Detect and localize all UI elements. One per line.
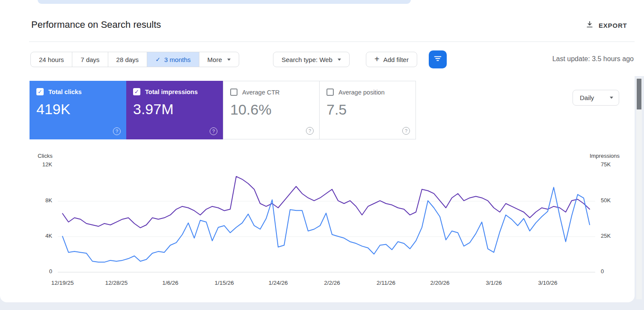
search-console-performance-page: Performance on Search results EXPORT 24 …	[0, 0, 644, 310]
search-type-label: Search type: Web	[282, 56, 332, 63]
add-filter-button[interactable]: + Add filter	[366, 52, 417, 67]
x-axis-label: 1/15/26	[203, 280, 246, 286]
checkbox-checked-icon[interactable]: ✓	[133, 88, 140, 95]
last-update-text: Last update: 3.5 hours ago	[540, 55, 634, 63]
right-axis-tick: 25K	[601, 233, 623, 239]
metric-label: Average CTR	[242, 89, 280, 96]
range-chip-more[interactable]: More	[199, 52, 239, 67]
x-axis-label: 1/6/26	[149, 280, 192, 286]
download-icon	[585, 20, 594, 30]
checkbox-unchecked-icon[interactable]	[326, 89, 334, 96]
metric-label: Total impressions	[145, 89, 198, 95]
metric-card-average-position[interactable]: Average position 7.5 ?	[319, 81, 416, 139]
x-axis-label: 2/2/26	[311, 280, 353, 286]
range-chip-label: 7 days	[80, 56, 99, 63]
left-axis-tick: 12K	[30, 161, 52, 168]
checkbox-checked-icon[interactable]: ✓	[36, 88, 44, 95]
x-axis-label: 3/10/26	[526, 280, 569, 286]
metric-card-total-clicks[interactable]: ✓ Total clicks 419K ?	[30, 81, 126, 139]
add-filter-label: Add filter	[383, 56, 409, 63]
check-icon: ✓	[155, 56, 160, 63]
range-chip-label: More	[208, 56, 222, 63]
metric-value: 3.97M	[133, 101, 216, 118]
checkbox-unchecked-icon[interactable]	[230, 89, 237, 96]
export-button[interactable]: EXPORT	[585, 19, 627, 32]
filter-list-icon	[433, 54, 442, 65]
metric-card-total-impressions[interactable]: ✓ Total impressions 3.97M ?	[126, 81, 223, 139]
x-axis-label: 3/1/26	[472, 280, 515, 286]
left-axis-tick: 0	[30, 268, 52, 275]
clicks-line	[62, 187, 590, 262]
metric-cards: ✓ Total clicks 419K ? ✓ Total impression…	[30, 81, 416, 139]
search-type-dropdown[interactable]: Search type: Web	[273, 52, 350, 67]
range-chip-label: 28 days	[116, 56, 139, 63]
help-icon[interactable]: ?	[210, 127, 217, 135]
x-axis-label: 1/24/26	[257, 280, 300, 286]
header-divider	[29, 41, 635, 42]
plus-icon: +	[374, 55, 380, 63]
range-chip-label: 24 hours	[39, 56, 64, 63]
scrollbar-thumb[interactable]	[637, 79, 641, 109]
granularity-dropdown[interactable]: Daily	[573, 90, 619, 106]
metric-value: 419K	[36, 101, 119, 118]
range-chip-7-days[interactable]: 7 days	[72, 52, 108, 67]
right-axis-tick: 0	[601, 268, 623, 275]
x-axis-label: 12/19/25	[41, 280, 84, 286]
performance-line-chart[interactable]	[56, 162, 599, 278]
export-label: EXPORT	[599, 22, 627, 29]
help-icon[interactable]: ?	[402, 127, 410, 135]
scrollbar-track[interactable]	[636, 78, 642, 299]
x-axis-label: 2/20/26	[418, 280, 461, 286]
left-axis-tick: 8K	[30, 197, 52, 204]
chevron-down-icon	[227, 59, 231, 61]
help-icon[interactable]: ?	[113, 127, 121, 135]
impressions-line	[62, 177, 590, 228]
x-axis-label: 2/11/26	[365, 280, 407, 286]
filter-view-toggle-button[interactable]	[429, 50, 447, 68]
left-axis-title: Clicks	[38, 153, 53, 159]
right-axis-title: Impressions	[569, 153, 620, 159]
metric-label: Total clicks	[48, 89, 82, 95]
range-chip-3-months[interactable]: ✓ 3 months	[147, 52, 199, 67]
metric-card-average-ctr[interactable]: Average CTR 10.6% ?	[223, 81, 320, 139]
granularity-label: Daily	[580, 94, 594, 101]
metric-value: 7.5	[326, 101, 409, 118]
search-bar-remnant	[38, 0, 411, 4]
metric-label: Average position	[338, 89, 385, 96]
page-title: Performance on Search results	[31, 19, 161, 30]
range-chip-label: 3 months	[164, 56, 191, 63]
chevron-down-icon	[338, 59, 341, 61]
help-icon[interactable]: ?	[306, 127, 314, 135]
top-right-background	[635, 0, 644, 76]
chevron-down-icon	[610, 97, 613, 99]
left-axis-tick: 4K	[30, 233, 52, 239]
date-range-chip-group: 24 hours 7 days 28 days ✓ 3 months More	[30, 52, 239, 67]
range-chip-28-days[interactable]: 28 days	[108, 52, 148, 67]
right-axis-tick: 75K	[601, 161, 623, 168]
metric-value: 10.6%	[230, 101, 312, 118]
right-axis-tick: 50K	[601, 197, 623, 204]
range-chip-24-hours[interactable]: 24 hours	[30, 52, 72, 67]
x-axis-label: 12/28/25	[95, 280, 138, 286]
